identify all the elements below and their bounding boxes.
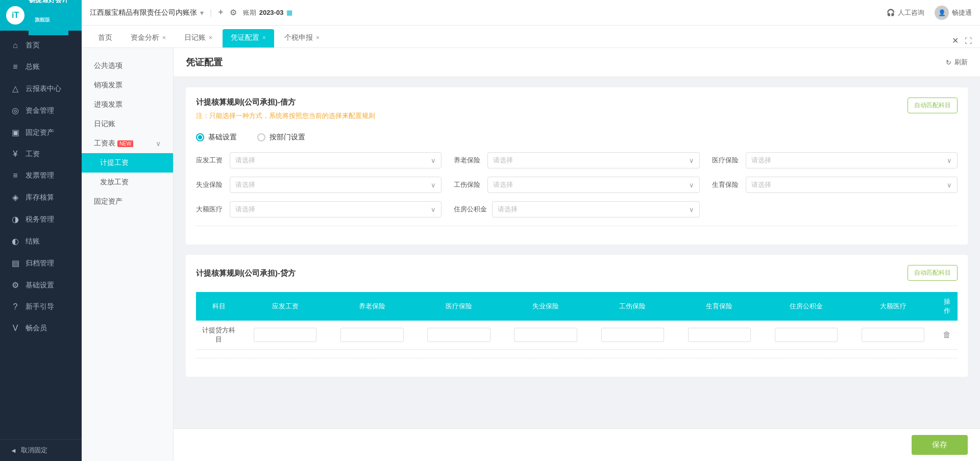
- period-selector[interactable]: 账期 2023-03 ▦: [243, 8, 293, 17]
- input-housing[interactable]: [775, 328, 838, 342]
- select-injury-value: 请选择: [493, 180, 513, 189]
- sidebar-label-close: 结账: [26, 237, 40, 246]
- sidebar-item-home[interactable]: ⌂ 首页: [0, 35, 82, 56]
- select-housing-fund[interactable]: 请选择 ∨: [492, 201, 699, 217]
- sidebar-item-archive[interactable]: ▤ 归档管理: [0, 252, 82, 274]
- left-menu-accrue-salary[interactable]: 计提工资: [82, 153, 173, 173]
- tax-icon: ◑: [10, 214, 20, 224]
- tab-tax[interactable]: 个税申报 ×: [276, 29, 328, 47]
- input-medical[interactable]: [427, 328, 490, 342]
- sidebar-item-salary[interactable]: ¥ 工资: [0, 143, 82, 165]
- col-action: 操作: [937, 292, 958, 321]
- app-logo: iT 畅捷通好会计 旗舰版: [0, 0, 82, 31]
- sidebar-item-tax[interactable]: ◑ 税务管理: [0, 208, 82, 230]
- input-maternity[interactable]: [688, 328, 751, 342]
- input-pension[interactable]: [340, 328, 403, 342]
- left-menu-public[interactable]: 公共选项: [82, 56, 173, 76]
- select-gross-salary-arrow: ∨: [431, 157, 436, 164]
- sidebar-item-invoice[interactable]: ≡ 发票管理: [0, 165, 82, 186]
- tab-voucher-config[interactable]: 凭证配置 ×: [223, 29, 274, 47]
- cell-pension: [329, 321, 415, 350]
- settings-gear-icon[interactable]: ⚙: [230, 8, 237, 17]
- col-gross-salary: 应发工资: [242, 292, 329, 321]
- sidebar-item-vip[interactable]: V 畅会员: [0, 318, 82, 339]
- input-injury[interactable]: [601, 328, 664, 342]
- tab-funds-close[interactable]: ×: [162, 34, 166, 41]
- input-large-medical[interactable]: [862, 328, 924, 342]
- select-maternity[interactable]: 请选择 ∨: [746, 177, 958, 193]
- select-pension[interactable]: 请选择 ∨: [487, 152, 699, 168]
- invoice-icon: ≡: [10, 171, 20, 180]
- tab-voucher-close[interactable]: ×: [262, 34, 266, 41]
- input-unemployment[interactable]: [514, 328, 577, 342]
- cell-medical: [415, 321, 502, 350]
- main-panel: 凭证配置 ↻ 刷新 计提核算规则(公司承担)-借方 注：只能选择一种方式，系统将…: [174, 48, 980, 461]
- select-maternity-arrow: ∨: [947, 181, 952, 189]
- refresh-button[interactable]: ↻ 刷新: [946, 58, 968, 67]
- sidebar-item-settings[interactable]: ⚙ 基础设置: [0, 274, 82, 296]
- tab-journal-close[interactable]: ×: [209, 34, 212, 41]
- select-large-medical[interactable]: 请选择 ∨: [230, 201, 442, 217]
- select-gross-salary[interactable]: 请选择 ∨: [230, 152, 442, 168]
- field-unemployment: 失业保险 请选择 ∨: [196, 177, 442, 193]
- sidebar-label-guide: 新手引导: [26, 302, 54, 311]
- delete-row-button[interactable]: 🗑: [943, 330, 951, 339]
- select-unemployment-arrow: ∨: [431, 181, 436, 189]
- left-menu-purchase-invoice[interactable]: 进项发票: [82, 95, 173, 114]
- close-tab-icon[interactable]: ✕: [952, 36, 959, 45]
- select-medical[interactable]: 请选择 ∨: [746, 152, 958, 168]
- sidebar-item-reports[interactable]: △ 云报表中心: [0, 78, 82, 100]
- col-maternity: 生育保险: [676, 292, 763, 321]
- sidebar-item-close[interactable]: ◐ 结账: [0, 230, 82, 252]
- add-book-button[interactable]: +: [218, 7, 224, 18]
- tab-tax-close[interactable]: ×: [316, 34, 320, 41]
- select-unemployment[interactable]: 请选择 ∨: [230, 177, 442, 193]
- left-menu-salary-table[interactable]: 工资表 NEW ∨: [82, 134, 173, 153]
- sidebar-item-funds[interactable]: ◎ 资金管理: [0, 100, 82, 122]
- field-medical: 医疗保险 请选择 ∨: [712, 152, 958, 168]
- left-menu-sales-invoice[interactable]: 销项发票: [82, 76, 173, 95]
- tab-home[interactable]: 首页: [90, 29, 120, 47]
- col-unemployment: 失业保险: [502, 292, 589, 321]
- label-injury: 工伤保险: [454, 180, 482, 189]
- sidebar-item-inventory[interactable]: ◈ 库存核算: [0, 186, 82, 208]
- select-injury[interactable]: 请选择 ∨: [487, 177, 699, 193]
- sidebar-item-ledger[interactable]: ≡ 总账: [0, 56, 82, 78]
- radio-by-dept-label: 按部门设置: [270, 133, 305, 142]
- company-selector[interactable]: 江西服宝精品有限责任公司内账张 ▾: [90, 8, 204, 17]
- field-housing-fund: 住房公积金 请选择 ∨: [454, 201, 699, 217]
- sidebar-label-vip: 畅会员: [26, 324, 47, 333]
- period-label: 账期: [243, 8, 256, 17]
- expand-salary-icon: ∨: [156, 139, 161, 148]
- credit-divider: [196, 358, 958, 358]
- select-pension-value: 请选择: [493, 156, 513, 165]
- tab-funds[interactable]: 资金分析 ×: [122, 29, 174, 47]
- radio-basic[interactable]: 基础设置: [196, 133, 237, 142]
- left-menu-pay-salary[interactable]: 发放工资: [82, 173, 173, 192]
- input-gross-salary[interactable]: [254, 328, 316, 342]
- sidebar-item-guide[interactable]: ? 新手引导: [0, 296, 82, 318]
- expand-icon[interactable]: ⛶: [965, 37, 972, 45]
- topbar-right: 🎧 人工咨询 👤 畅捷通: [887, 6, 972, 20]
- radio-by-dept[interactable]: 按部门设置: [257, 133, 305, 142]
- save-button[interactable]: 保存: [912, 435, 968, 455]
- sidebar-label-archive: 归档管理: [26, 259, 54, 268]
- left-menu-journal[interactable]: 日记账: [82, 114, 173, 134]
- sidebar-label-reports: 云报表中心: [26, 84, 61, 93]
- select-large-medical-value: 请选择: [235, 205, 255, 214]
- tab-journal[interactable]: 日记账 ×: [176, 29, 220, 47]
- service-button[interactable]: 🎧 人工咨询: [887, 8, 924, 17]
- credit-auto-match-button[interactable]: 自动匹配科目: [908, 265, 958, 281]
- sidebar-label-settings: 基础设置: [26, 281, 54, 290]
- settings-icon: ⚙: [10, 280, 20, 290]
- topbar-divider: |: [210, 8, 212, 17]
- unpin-sidebar-button[interactable]: ◄ 取消固定: [0, 439, 82, 461]
- user-menu[interactable]: 👤 畅捷通: [935, 6, 972, 20]
- sidebar-item-fixed-assets[interactable]: ▣ 固定资产: [0, 122, 82, 143]
- debit-auto-match-button[interactable]: 自动匹配科目: [908, 98, 958, 113]
- inventory-icon: ◈: [10, 192, 20, 202]
- left-menu-fixed-assets[interactable]: 固定资产: [82, 192, 173, 211]
- field-gross-salary: 应发工资 请选择 ∨: [196, 152, 442, 168]
- select-pension-arrow: ∨: [689, 157, 694, 164]
- select-unemployment-value: 请选择: [235, 180, 255, 189]
